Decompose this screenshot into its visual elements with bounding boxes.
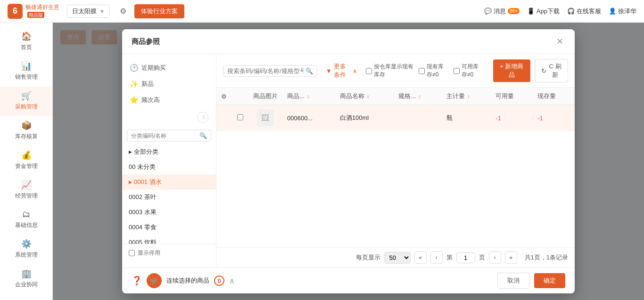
expand-icon-c0001: ▶ [129, 180, 132, 184]
messages-nav[interactable]: 💬 消息 99+ [484, 7, 520, 16]
modal-title: 商品参照 [132, 37, 160, 46]
row-num-cell [231, 105, 248, 131]
sidebar-item-system[interactable]: ⚙️ 系统管理 [0, 234, 52, 264]
col-spec[interactable]: 规格... ↕ [394, 88, 442, 105]
row-checkbox[interactable] [237, 114, 243, 120]
left-nav-new[interactable]: ✨ 新品 [122, 76, 216, 92]
online-service-nav[interactable]: 🎧 在线客服 [567, 7, 601, 16]
show-disabled-row: 显示停用 [122, 244, 216, 262]
cart-icon[interactable]: 🛒 [147, 273, 162, 288]
exp-btn[interactable]: 体验行业方案 [134, 4, 184, 18]
product-search-input[interactable] [227, 67, 304, 75]
show-disabled-checkbox[interactable] [129, 250, 135, 256]
filter-btn[interactable]: ▼ 更多条件 ∧ [322, 60, 361, 81]
content-area: 查询 设置 刷新 商品参照 ✕ 🕐 近期购买 [53, 23, 644, 300]
show-disabled-label[interactable]: 显示停用 [138, 249, 160, 257]
category-search-box: 🔍 [127, 130, 211, 142]
category-item-c00[interactable]: 00 未分类 [122, 159, 216, 175]
col-unit[interactable]: 主计量 ↕ [442, 88, 491, 105]
per-page-select[interactable]: 50 100 200 [384, 252, 411, 264]
category-search-input[interactable] [131, 133, 198, 139]
help-icon[interactable]: ❓ [132, 275, 142, 286]
available-stock-filter-label[interactable]: 可用库存≠0 [454, 63, 484, 79]
modal-header: 商品参照 ✕ [122, 29, 575, 54]
sidebar-item-enterprise[interactable]: 🏢 企业协同 [0, 264, 52, 293]
nav-right: 💬 消息 99+ 📱 App下载 🎧 在线客服 👤 徐泽华 [484, 7, 636, 16]
table-body: 🖼 000600... 白酒100ml 瓶 -1 -1 [216, 105, 575, 131]
sidebar-item-purchase[interactable]: 🛒 采购管理 [0, 86, 52, 116]
prev-page-btn[interactable]: ‹ [430, 251, 443, 264]
row-code-cell: 000600... [282, 105, 335, 131]
category-item-c0002[interactable]: 0002 茶叶 [122, 190, 216, 205]
footer-collapse-icon[interactable]: ∧ [229, 276, 235, 285]
refresh-btn[interactable]: ↻ C 刷新 [535, 59, 568, 83]
existing-stock-checkbox[interactable] [419, 68, 425, 74]
col-name[interactable]: 商品名称 ↕ [335, 88, 394, 105]
page-input[interactable] [456, 252, 475, 263]
category-search-icon[interactable]: 🔍 [199, 132, 207, 139]
left-nav-recent[interactable]: 🕐 近期购买 [122, 60, 216, 76]
sidebar-item-basic[interactable]: 🗂 基础信息 [0, 205, 52, 234]
table-header: ⚙ 商品图片 商品... ↕ [216, 88, 575, 105]
collapse-left-btn[interactable]: 《 [197, 112, 208, 123]
col-code[interactable]: 商品... ↕ [282, 88, 335, 105]
row-spec-cell [394, 105, 442, 131]
sidebar-item-finance[interactable]: 💰 资金管理 [0, 145, 52, 175]
logo-area: 6 畅捷通好生意 精品版 [8, 4, 59, 19]
top-nav: 6 畅捷通好生意 精品版 日太阳膜 ▼ ⚙ 体验行业方案 💬 消息 99+ 📱 … [0, 0, 644, 23]
product-image: 🖼 [257, 109, 274, 126]
first-page-btn[interactable]: « [414, 251, 427, 264]
modal: 商品参照 ✕ 🕐 近期购买 ✨ 新品 [122, 29, 575, 293]
finance-icon: 💰 [21, 150, 32, 160]
avatar-icon: 👤 [609, 8, 616, 15]
sidebar-item-home[interactable]: 🏠 首页 [0, 26, 52, 56]
gear-icon[interactable]: ⚙ [116, 4, 131, 19]
app-download-nav[interactable]: 📱 App下载 [527, 7, 560, 16]
confirm-btn[interactable]: 确定 [534, 273, 565, 288]
sidebar-item-guide[interactable]: 📖 新手引导 [0, 293, 52, 300]
available-stock-checkbox[interactable] [454, 68, 460, 74]
headset-icon: 🎧 [567, 8, 575, 15]
existing-stock-filter-label[interactable]: 现有库存≠0 [419, 63, 449, 79]
store-select[interactable]: 日太阳膜 ▼ [67, 5, 110, 18]
next-page-btn[interactable]: › [489, 251, 501, 264]
warehouse-filter-label[interactable]: 按仓库显示现有库存 [366, 63, 414, 79]
category-item-c0003[interactable]: 0003 水果 [122, 205, 216, 220]
user-avatar[interactable]: 👤 徐泽华 [609, 7, 636, 16]
last-page-btn[interactable]: » [505, 251, 517, 264]
logo-icon: 6 [8, 4, 23, 19]
total-info: 共1页，1条记录 [525, 253, 568, 262]
sort-unit-icon: ↕ [467, 94, 470, 99]
expand-icon: ▶ [129, 150, 132, 154]
warehouse-filter-checkbox[interactable] [366, 68, 372, 74]
category-item-all[interactable]: ▶ 全部分类 [122, 144, 216, 159]
sidebar-item-operation[interactable]: 📈 经营管理 [0, 175, 52, 205]
page-label: 第 [446, 253, 453, 262]
modal-right-panel: 🔍 ▼ 更多条件 ∧ 按仓库显示现有库存 [216, 54, 575, 267]
chevron-down-icon: ▼ [99, 8, 105, 14]
guide-icon: 📖 [21, 298, 32, 300]
sort-name-icon: ↕ [367, 94, 369, 99]
product-table-wrap: ⚙ 商品图片 商品... ↕ [216, 88, 575, 247]
modal-footer: ❓ 🛒 连续选择的商品 0 ∧ 取消 确定 [122, 267, 575, 293]
modal-close-btn[interactable]: ✕ [554, 36, 565, 47]
col-settings[interactable]: ⚙ [216, 88, 231, 105]
add-product-btn[interactable]: + 新增商品 [493, 59, 530, 82]
cancel-btn[interactable]: 取消 [497, 273, 529, 289]
selected-count: 0 [214, 275, 224, 286]
message-icon: 💬 [484, 8, 492, 15]
category-item-c0004[interactable]: 0004 零食 [122, 220, 216, 235]
sidebar-item-sales[interactable]: 📊 销售管理 [0, 56, 52, 86]
table-row[interactable]: 🖼 000600... 白酒100ml 瓶 -1 -1 [216, 105, 575, 131]
category-item-c0001[interactable]: ▶ 0001 酒水 [122, 175, 216, 190]
inventory-icon: 📦 [21, 120, 32, 131]
search-icon[interactable]: 🔍 [305, 67, 313, 75]
left-nav-frequent[interactable]: ⭐ 频次高 [122, 92, 216, 108]
refresh-icon: ↻ [541, 67, 546, 75]
sidebar-item-inventory[interactable]: 📦 库存核算 [0, 116, 52, 145]
col-available: 可用量 [491, 88, 533, 105]
category-item-c0005[interactable]: 0005 饮料 [122, 235, 216, 244]
category-list: ▶ 全部分类 00 未分类 ▶ 0001 酒水 0002 茶 [122, 144, 216, 244]
modal-overlay: 商品参照 ✕ 🕐 近期购买 ✨ 新品 [53, 23, 644, 300]
enterprise-icon: 🏢 [21, 268, 32, 279]
